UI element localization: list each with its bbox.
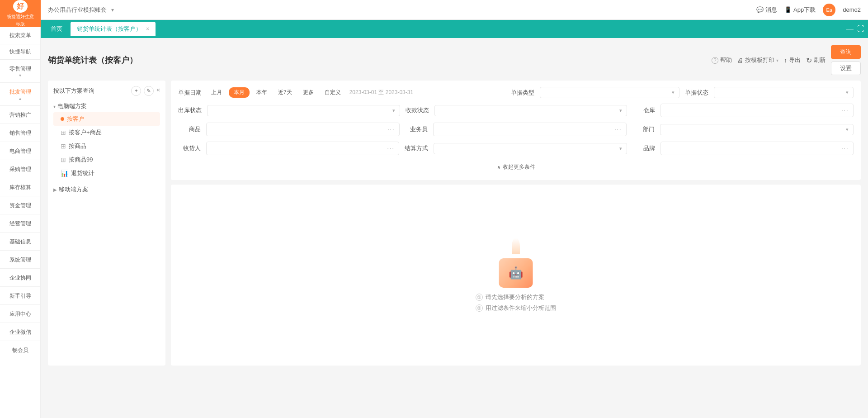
export-icon: ↑	[784, 57, 787, 64]
sidebar-item-wechat[interactable]: 企业微信	[0, 323, 40, 341]
settings-button[interactable]: 设置	[831, 62, 861, 75]
export-button[interactable]: ↑ 导出	[784, 56, 801, 64]
logo-icon: 好	[13, 0, 28, 13]
date-filter-label: 单据日期	[178, 89, 202, 97]
active-dot	[61, 117, 64, 121]
salesman-input[interactable]: ···	[433, 123, 627, 136]
empty-tips: ① 请先选择要分析的方案 ② 用过滤条件来缩小分析范围	[476, 293, 556, 312]
receipt-status-select[interactable]: ▾	[434, 105, 627, 116]
scheme-item-return-stats[interactable]: 📊 退货统计	[53, 166, 160, 180]
print-button[interactable]: 🖨 按模板打印 ▾	[737, 56, 778, 64]
search-menu-label[interactable]: 搜索菜单	[9, 32, 31, 38]
sidebar-item-wholesale[interactable]: 批发管理 ▴	[0, 83, 40, 106]
brand-input[interactable]: ···	[660, 142, 854, 155]
date-btn-more[interactable]: 更多	[299, 87, 318, 98]
message-button[interactable]: 💬 消息	[756, 6, 777, 14]
sidebar-item-purchase[interactable]: 采购管理	[0, 160, 40, 178]
sidebar-item-member[interactable]: 畅会员	[0, 341, 40, 359]
empty-state: 🤖 ① 请先选择要分析的方案 ②	[476, 238, 556, 312]
main-area: 办公用品行业模拟账套 ▾ 💬 消息 📱 App下载 Ea demo2	[41, 0, 868, 418]
sidebar-nav[interactable]: 快捷导航	[0, 44, 40, 60]
tab-maximize-button[interactable]: ⛶	[857, 25, 864, 33]
user-name[interactable]: demo2	[843, 6, 861, 13]
recipient-dots: ···	[387, 144, 394, 152]
sidebar-item-marketing[interactable]: 营销推广	[0, 106, 40, 124]
help-button[interactable]: ? 帮助	[712, 56, 732, 64]
scheme-item-goods99[interactable]: ⊞ 按商品99	[53, 153, 160, 166]
doc-status-select[interactable]: ▾	[714, 87, 854, 98]
edit-icon: ✎	[146, 88, 151, 94]
warehouse-dots: ···	[841, 106, 849, 114]
empty-box-icon: 🤖	[499, 258, 533, 288]
sidebar-item-operations[interactable]: 经营管理	[0, 214, 40, 233]
sidebar-item-enterprise[interactable]: 企业协同	[0, 269, 40, 287]
date-btn-thismonth[interactable]: 本月	[229, 87, 250, 98]
recipient-label: 收货人	[178, 144, 201, 152]
doc-type-label: 单据类型	[511, 89, 534, 97]
sidebar-item-sales[interactable]: 销售管理	[0, 124, 40, 142]
pc-scheme-group: ▾ 电脑端方案 按客户 ⊞ 按客户+商品 ⊞	[53, 100, 160, 180]
sidebar-item-retail[interactable]: 零售管理 ▾	[0, 60, 40, 83]
top-bar-right: 💬 消息 📱 App下载 Ea demo2	[756, 4, 861, 16]
doc-status-label: 单据状态	[685, 89, 708, 97]
doc-type-arrow-icon: ▾	[672, 90, 675, 95]
pc-group-header[interactable]: ▾ 电脑端方案	[53, 100, 160, 112]
sidebar-item-finance[interactable]: 资金管理	[0, 196, 40, 214]
sidebar-item-inventory[interactable]: 库存核算	[0, 178, 40, 196]
warehouse-input[interactable]: ···	[660, 104, 854, 117]
refresh-button[interactable]: ↻ 刷新	[806, 56, 826, 65]
date-btn-thisyear[interactable]: 本年	[252, 87, 271, 98]
payment-select[interactable]: ▾	[434, 143, 627, 154]
date-btn-7days[interactable]: 近7天	[274, 87, 296, 98]
scheme-item-customer-goods[interactable]: ⊞ 按客户+商品	[53, 126, 160, 139]
scheme-icon: ⊞	[61, 142, 66, 150]
recipient-input[interactable]: ···	[206, 142, 399, 155]
top-bar-dropdown[interactable]: ▾	[111, 7, 114, 13]
doc-type-select[interactable]: ▾	[540, 87, 679, 98]
out-status-select[interactable]: ▾	[207, 105, 400, 116]
scheme-icon: 📊	[61, 170, 68, 177]
filter-row-recipient: 收货人 ··· 结算方式 ▾ 品牌	[178, 142, 854, 155]
scheme-panel: 按以下方案查询 + ✎ «	[48, 81, 165, 366]
page-header-actions: ? 帮助 🖨 按模板打印 ▾ ↑ 导出 ↻ 刷新	[712, 45, 861, 75]
mobile-group-header[interactable]: ▶ 移动端方案	[53, 184, 160, 195]
add-scheme-button[interactable]: +	[131, 86, 141, 96]
tab-active[interactable]: 销货单统计表（按客户） ×	[71, 22, 156, 36]
sidebar-item-appcenter[interactable]: 应用中心	[0, 305, 40, 323]
tab-bar: 首页 销货单统计表（按客户） × — ⛶	[41, 20, 868, 38]
receipt-status-label: 收款状态	[406, 106, 429, 114]
sidebar-item-newuser[interactable]: 新手引导	[0, 287, 40, 305]
sidebar-item-base-info[interactable]: 基础信息	[0, 233, 40, 251]
scheme-panel-header: 按以下方案查询 + ✎ «	[53, 86, 160, 96]
collapse-filters-button[interactable]: ∧ 收起更多条件	[178, 161, 854, 174]
print-dropdown-icon[interactable]: ▾	[776, 58, 778, 63]
avatar[interactable]: Ea	[823, 4, 835, 16]
right-panel: 单据日期 上月 本月 本年 近7天 更多 自定义 2023-03-01 至 20…	[171, 81, 861, 366]
scheme-item-goods[interactable]: ⊞ 按商品	[53, 139, 160, 153]
collapse-scheme-button[interactable]: «	[156, 86, 160, 96]
scheme-item-customer[interactable]: 按客户	[53, 112, 160, 126]
tab-home[interactable]: 首页	[44, 22, 69, 36]
tab-close-icon[interactable]: ×	[146, 26, 149, 32]
goods-input[interactable]: ···	[206, 123, 400, 136]
date-btn-lastmonth[interactable]: 上月	[207, 87, 226, 98]
dept-label: 部门	[632, 125, 655, 133]
collapse-up-icon: ∧	[497, 164, 501, 171]
scheme-icon: ⊞	[61, 129, 66, 136]
goods-label: 商品	[178, 125, 201, 133]
quick-nav-label[interactable]: 快捷导航	[9, 48, 31, 55]
pc-group-label: 电脑端方案	[57, 102, 87, 110]
date-btn-custom[interactable]: 自定义	[321, 87, 345, 98]
action-btn-group: 查询 设置	[831, 45, 861, 75]
scheme-item-label: 按客户+商品	[69, 128, 102, 137]
app-download-button[interactable]: 📱 App下载	[784, 6, 816, 14]
query-button[interactable]: 查询	[831, 45, 861, 59]
mobile-scheme-group: ▶ 移动端方案	[53, 184, 160, 195]
edit-scheme-button[interactable]: ✎	[144, 86, 154, 96]
sidebar-item-ecommerce[interactable]: 电商管理	[0, 142, 40, 160]
sidebar-item-system[interactable]: 系统管理	[0, 251, 40, 269]
app-logo[interactable]: 好 畅捷通好生意 标版	[0, 0, 41, 27]
sidebar-search[interactable]: 搜索菜单	[0, 27, 40, 44]
dept-select[interactable]: ▾	[660, 124, 854, 135]
tab-minimize-button[interactable]: —	[846, 25, 854, 33]
